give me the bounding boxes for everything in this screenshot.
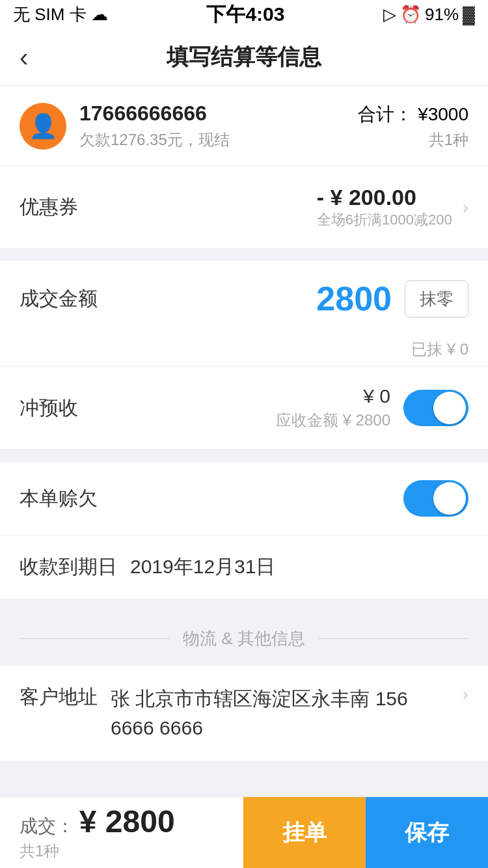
section-divider-3 bbox=[0, 599, 488, 612]
baddebt-toggle[interactable] bbox=[403, 480, 468, 517]
alarm-icon: ⏰ bbox=[400, 5, 421, 25]
deal-amount: 2800 bbox=[316, 279, 392, 318]
address-value: 张 北京市市辖区海淀区永丰南 156 6666 6666 bbox=[111, 684, 456, 742]
duedate-label: 收款到期日 bbox=[20, 554, 117, 580]
customer-phone: 17666666666 bbox=[79, 102, 230, 126]
round-zero-button[interactable]: 抹零 bbox=[405, 280, 468, 318]
battery-icon: ▓ bbox=[463, 5, 475, 25]
logistics-title: 物流 & 其他信息 bbox=[183, 627, 305, 650]
status-left: 无 SIM 卡 ☁ bbox=[13, 3, 108, 26]
prereceive-row: 冲预收 ¥ 0 应收金额 ¥ 2800 bbox=[0, 366, 488, 449]
customer-info: 17666666666 欠款1276.35元，现结 bbox=[79, 102, 230, 150]
section-divider-2 bbox=[0, 449, 488, 462]
page-title: 填写结算等信息 bbox=[167, 42, 321, 72]
prereceive-amount: ¥ 0 bbox=[276, 385, 390, 407]
prereceive-right: ¥ 0 应收金额 ¥ 2800 bbox=[276, 385, 468, 431]
logistics-header: 物流 & 其他信息 bbox=[0, 612, 488, 666]
deal-section: 成交金额 2800 抹零 已抹 ¥ 0 bbox=[0, 261, 488, 366]
customer-total: 合计： ¥3000 bbox=[358, 102, 468, 127]
footer-deal-line: 成交： ¥ 2800 bbox=[20, 804, 224, 839]
customer-left: 👤 17666666666 欠款1276.35元，现结 bbox=[20, 102, 230, 150]
deal-row: 成交金额 2800 抹零 bbox=[0, 261, 488, 336]
address-row[interactable]: 客户地址 张 北京市市辖区海淀区永丰南 156 6666 6666 › bbox=[0, 666, 488, 761]
logistics-line-left bbox=[20, 638, 170, 639]
prereceive-sub: 应收金额 ¥ 2800 bbox=[276, 410, 390, 431]
footer-deal-label: 成交： bbox=[20, 816, 74, 836]
save-button[interactable]: 保存 bbox=[366, 797, 488, 869]
address-label: 客户地址 bbox=[20, 684, 98, 711]
no-sim-text: 无 SIM 卡 ☁ bbox=[13, 3, 108, 26]
status-time: 下午4:03 bbox=[206, 1, 284, 28]
footer-info: 成交： ¥ 2800 共1种 bbox=[0, 804, 243, 861]
toggle-knob bbox=[433, 392, 466, 424]
baddebt-label: 本单赊欠 bbox=[20, 485, 98, 512]
coupon-amount: - ¥ 200.00 bbox=[317, 185, 452, 210]
customer-row: 👤 17666666666 欠款1276.35元，现结 合计： ¥3000 共1… bbox=[0, 86, 488, 166]
duedate-value: 2019年12月31日 bbox=[130, 554, 275, 580]
back-button[interactable]: ‹ bbox=[20, 44, 28, 70]
nav-bar: ‹ 填写结算等信息 bbox=[0, 29, 488, 86]
location-icon: ▷ bbox=[383, 5, 396, 25]
total-label: 合计： bbox=[358, 104, 413, 124]
customer-right: 合计： ¥3000 共1种 bbox=[358, 102, 468, 150]
prereceive-label: 冲预收 bbox=[20, 395, 78, 422]
duedate-row: 收款到期日 2019年12月31日 bbox=[0, 535, 488, 599]
deal-right: 2800 抹零 bbox=[316, 279, 468, 318]
footer-count: 共1种 bbox=[20, 841, 224, 861]
coupon-right: - ¥ 200.00 全场6折满1000减200 › bbox=[317, 185, 468, 230]
customer-sub: 欠款1276.35元，现结 bbox=[79, 129, 230, 150]
address-chevron-icon: › bbox=[463, 684, 468, 705]
baddebt-toggle-knob bbox=[433, 482, 466, 515]
section-divider-1 bbox=[0, 248, 488, 261]
logistics-line-right bbox=[318, 638, 468, 639]
footer-amount: ¥ 2800 bbox=[79, 804, 175, 839]
coupon-label: 优惠券 bbox=[20, 194, 78, 221]
deal-sub-text: 已抹 ¥ 0 bbox=[0, 339, 488, 366]
battery-text: 91% bbox=[425, 5, 459, 25]
coupon-value-block: - ¥ 200.00 全场6折满1000减200 bbox=[317, 185, 452, 230]
status-bar: 无 SIM 卡 ☁ 下午4:03 ▷ ⏰ 91% ▓ bbox=[0, 0, 488, 29]
coupon-row[interactable]: 优惠券 - ¥ 200.00 全场6折满1000减200 › bbox=[0, 166, 488, 248]
status-right: ▷ ⏰ 91% ▓ bbox=[383, 5, 475, 25]
baddebt-row: 本单赊欠 bbox=[0, 462, 488, 535]
avatar: 👤 bbox=[20, 103, 66, 150]
footer: 成交： ¥ 2800 共1种 挂单 保存 bbox=[0, 796, 488, 868]
customer-count: 共1种 bbox=[358, 129, 468, 150]
coupon-chevron-icon: › bbox=[463, 197, 468, 218]
deal-label: 成交金额 bbox=[20, 286, 98, 312]
hold-order-button[interactable]: 挂单 bbox=[243, 797, 366, 869]
coupon-desc: 全场6折满1000减200 bbox=[317, 210, 452, 230]
prereceive-toggle[interactable] bbox=[403, 390, 468, 426]
prereceive-amount-block: ¥ 0 应收金额 ¥ 2800 bbox=[276, 385, 390, 431]
total-amount: ¥3000 bbox=[418, 104, 468, 124]
